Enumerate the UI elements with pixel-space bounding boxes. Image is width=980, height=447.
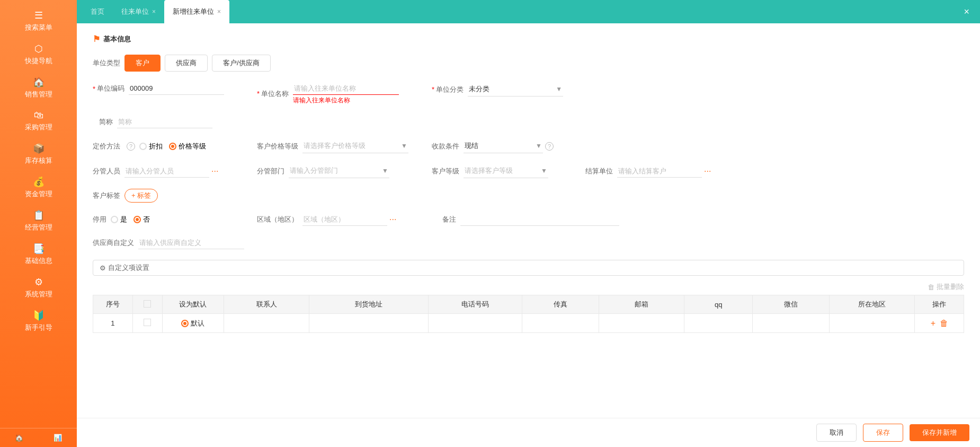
disabled-no-radio[interactable]: 否 bbox=[133, 215, 150, 224]
disabled-yes-radio[interactable]: 是 bbox=[111, 215, 127, 224]
add-tag-button[interactable]: + 标签 bbox=[124, 189, 158, 203]
sidebar-item-inventory[interactable]: 📦 库存核算 bbox=[0, 137, 77, 171]
fax-input[interactable] bbox=[542, 317, 579, 329]
tab-new-contact-close[interactable]: × bbox=[217, 8, 221, 15]
content-area: ⚑ 基本信息 单位类型 客户 供应商 客户/供应商 * 单位编码 bbox=[77, 23, 980, 418]
address-input[interactable] bbox=[337, 317, 400, 329]
sidebar-bottom: 🏠 📊 bbox=[0, 428, 77, 447]
sidebar-item-sales-label: 销售管理 bbox=[25, 90, 52, 99]
tab-contacts-label: 往来单位 bbox=[121, 7, 149, 16]
unit-info-row: * 单位编码 * 单位名称 请输入往来单位名称 * 单位分类 未分类 ▼ bbox=[93, 82, 964, 105]
td-contact[interactable] bbox=[224, 314, 309, 333]
sidebar-item-system[interactable]: ⚙ 系统管理 bbox=[0, 271, 77, 304]
sidebar-item-basic[interactable]: 📑 基础信息 bbox=[0, 238, 77, 271]
sidebar-bottom-home[interactable]: 🏠 bbox=[15, 434, 23, 442]
remark-input[interactable] bbox=[460, 213, 619, 226]
td-fax[interactable] bbox=[522, 314, 599, 333]
sidebar-item-inventory-label: 库存核算 bbox=[25, 156, 52, 165]
td-email[interactable] bbox=[599, 314, 684, 333]
tab-home[interactable]: 首页 bbox=[82, 0, 113, 23]
settlement-unit-input[interactable] bbox=[617, 165, 702, 178]
pricing-method-field: 定价方法 ? 折扣 价格等级 bbox=[93, 142, 241, 151]
disabled-region-row: 停用 是 否 区域（地区） ··· bbox=[93, 213, 964, 226]
discount-radio-circle bbox=[139, 143, 147, 150]
home-icon: 🏠 bbox=[15, 434, 23, 442]
sidebar-item-search-label: 搜索菜单 bbox=[25, 23, 52, 32]
manager-more-icon[interactable]: ··· bbox=[211, 166, 218, 176]
td-actions: + 🗑 bbox=[915, 314, 964, 333]
disabled-yes-circle bbox=[111, 216, 118, 223]
qq-input[interactable] bbox=[702, 317, 734, 329]
payment-help-icon[interactable]: ? bbox=[545, 142, 554, 151]
finance-icon: 💰 bbox=[33, 176, 44, 188]
unit-category-field: * 单位分类 未分类 ▼ bbox=[432, 82, 569, 97]
department-label: 分管部门 bbox=[257, 166, 284, 176]
type-btn-supplier[interactable]: 供应商 bbox=[165, 55, 208, 72]
region-more-icon[interactable]: ··· bbox=[389, 215, 396, 224]
pricing-level-radio[interactable]: 价格等级 bbox=[169, 142, 206, 151]
shortname-input[interactable] bbox=[117, 116, 212, 128]
settlement-more-icon[interactable]: ··· bbox=[704, 166, 711, 176]
th-fax: 传真 bbox=[522, 295, 599, 314]
sidebar-item-shortcut[interactable]: ⬡ 快捷导航 bbox=[0, 38, 77, 71]
pricing-row: 定价方法 ? 折扣 价格等级 客户价格等级 请选择客户价格等级 bbox=[93, 139, 964, 153]
type-btn-both[interactable]: 客户/供应商 bbox=[212, 55, 271, 72]
th-contact: 联系人 bbox=[224, 295, 309, 314]
custom-settings-button[interactable]: ⚙ 自定义项设置 bbox=[93, 260, 964, 276]
supplier-custom-input[interactable] bbox=[138, 236, 244, 249]
unit-category-select[interactable]: 未分类 ▼ bbox=[468, 82, 563, 97]
th-index: 序号 bbox=[93, 295, 133, 314]
cancel-button[interactable]: 取消 bbox=[816, 424, 857, 442]
sidebar-bottom-bar[interactable]: 📊 bbox=[54, 434, 62, 442]
disabled-yes-label: 是 bbox=[120, 215, 127, 224]
tab-contacts[interactable]: 往来单位 × bbox=[113, 0, 164, 23]
unit-code-input[interactable] bbox=[129, 82, 224, 95]
td-qq[interactable] bbox=[684, 314, 753, 333]
pricing-discount-radio[interactable]: 折扣 bbox=[139, 142, 163, 151]
td-phone[interactable] bbox=[429, 314, 522, 333]
td-region[interactable] bbox=[830, 314, 915, 333]
tab-new-contact[interactable]: 新增往来单位 × bbox=[164, 0, 229, 23]
td-address[interactable] bbox=[309, 314, 429, 333]
row-add-button[interactable]: + bbox=[931, 319, 936, 328]
manager-input[interactable] bbox=[124, 165, 209, 178]
payment-terms-select[interactable]: 现结 ▼ bbox=[464, 139, 543, 153]
save-button[interactable]: 保存 bbox=[863, 424, 903, 442]
sidebar-item-sales[interactable]: 🏠 销售管理 bbox=[0, 71, 77, 104]
pricing-help-icon[interactable]: ? bbox=[127, 142, 135, 151]
department-select[interactable]: 请输入分管部门 ▼ bbox=[289, 164, 389, 178]
tab-contacts-close[interactable]: × bbox=[152, 8, 156, 15]
td-wechat[interactable] bbox=[753, 314, 830, 333]
unit-type-buttons: 客户 供应商 客户/供应商 bbox=[124, 55, 271, 72]
type-btn-customer[interactable]: 客户 bbox=[124, 55, 161, 72]
row-default-radio[interactable]: 默认 bbox=[168, 319, 218, 328]
region-table-input[interactable] bbox=[851, 317, 893, 329]
th-phone: 电话号码 bbox=[429, 295, 522, 314]
sidebar-item-finance[interactable]: 💰 资金管理 bbox=[0, 171, 77, 204]
gear-icon: ⚙ bbox=[100, 264, 106, 272]
sidebar-item-search[interactable]: ☰ 搜索菜单 bbox=[0, 4, 77, 38]
customer-level-select[interactable]: 请选择客户等级 ▼ bbox=[464, 164, 548, 178]
sidebar-item-purchase[interactable]: 🛍 采购管理 bbox=[0, 104, 77, 137]
customer-price-level-select[interactable]: 请选择客户价格等级 ▼ bbox=[302, 139, 408, 153]
batch-delete-label[interactable]: 批量删除 bbox=[937, 282, 964, 292]
wechat-input[interactable] bbox=[772, 317, 809, 329]
header-checkbox[interactable] bbox=[144, 300, 151, 308]
inventory-icon: 📦 bbox=[33, 143, 44, 154]
td-default: 默认 bbox=[162, 314, 224, 333]
payment-terms-field: 收款条件 现结 ▼ ? bbox=[432, 139, 554, 153]
window-close-button[interactable]: × bbox=[958, 6, 975, 17]
row-delete-button[interactable]: 🗑 bbox=[940, 319, 948, 328]
row-checkbox[interactable] bbox=[144, 319, 151, 326]
pricing-radio-group: 折扣 价格等级 bbox=[139, 142, 206, 151]
email-input[interactable] bbox=[620, 317, 663, 329]
save-new-button[interactable]: 保存并新增 bbox=[910, 424, 969, 441]
region-input[interactable] bbox=[302, 213, 387, 226]
contact-input[interactable] bbox=[245, 317, 288, 329]
customer-level-field: 客户等级 请选择客户等级 ▼ bbox=[432, 164, 569, 178]
manager-label: 分管人员 bbox=[93, 166, 120, 176]
phone-input[interactable] bbox=[451, 317, 499, 329]
sidebar-item-operation[interactable]: 📋 经营管理 bbox=[0, 204, 77, 238]
unit-name-input[interactable] bbox=[293, 82, 399, 95]
sidebar-item-guide[interactable]: 🔰 新手引导 bbox=[0, 304, 77, 338]
